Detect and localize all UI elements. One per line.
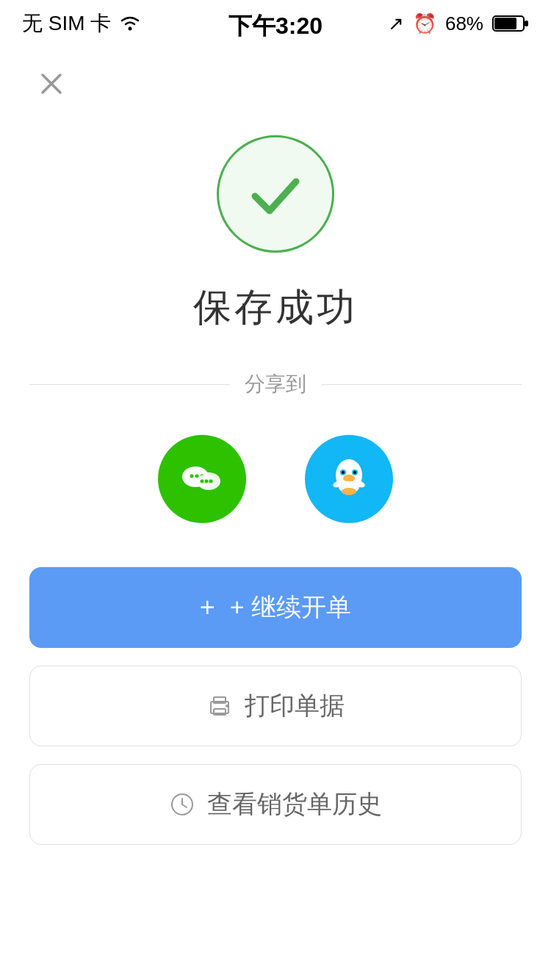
status-time: 下午3:20 xyxy=(228,10,323,43)
wechat-share-button[interactable] xyxy=(158,435,246,523)
svg-point-0 xyxy=(129,27,132,31)
action-buttons: + + 继续开单 打印单据 查看销货单历史 xyxy=(29,567,522,845)
location-icon: ↗ xyxy=(388,12,404,35)
success-title: 保存成功 xyxy=(193,282,358,334)
status-indicators: ↗ ⏰ 68% xyxy=(388,12,529,35)
success-circle xyxy=(217,135,334,253)
svg-point-18 xyxy=(205,480,209,483)
printer-icon xyxy=(206,693,233,719)
share-divider: 分享到 xyxy=(29,370,522,398)
qq-share-button[interactable] xyxy=(305,435,393,523)
main-content: 保存成功 分享到 xyxy=(0,47,551,874)
svg-point-19 xyxy=(209,480,213,483)
share-section: 分享到 xyxy=(29,370,522,523)
svg-point-29 xyxy=(342,488,356,495)
continue-button[interactable]: + + 继续开单 xyxy=(29,567,522,648)
status-bar: 无 SIM 卡 下午3:20 ↗ ⏰ 68% xyxy=(0,0,551,47)
svg-rect-3 xyxy=(525,21,528,26)
svg-point-23 xyxy=(342,471,345,474)
continue-label: + 继续开单 xyxy=(230,591,351,624)
print-label: 打印单据 xyxy=(245,689,345,723)
history-icon xyxy=(169,791,195,818)
wifi-icon xyxy=(118,15,142,32)
close-button[interactable] xyxy=(29,62,73,106)
svg-point-33 xyxy=(226,705,228,707)
svg-rect-2 xyxy=(494,18,516,29)
print-button[interactable]: 打印单据 xyxy=(29,666,522,746)
battery-level: 68% xyxy=(445,12,483,35)
battery-icon xyxy=(492,14,529,33)
success-area: 保存成功 xyxy=(29,135,522,334)
status-carrier: 无 SIM 卡 xyxy=(22,10,142,37)
share-label: 分享到 xyxy=(230,370,321,398)
alarm-icon: ⏰ xyxy=(413,12,436,35)
history-label: 查看销货单历史 xyxy=(207,788,382,821)
svg-point-13 xyxy=(190,475,194,478)
history-button[interactable]: 查看销货单历史 xyxy=(29,764,522,845)
continue-icon: + xyxy=(200,592,215,623)
share-icons xyxy=(29,435,522,523)
svg-point-25 xyxy=(343,475,355,482)
svg-point-24 xyxy=(353,471,356,474)
svg-point-17 xyxy=(201,480,204,483)
